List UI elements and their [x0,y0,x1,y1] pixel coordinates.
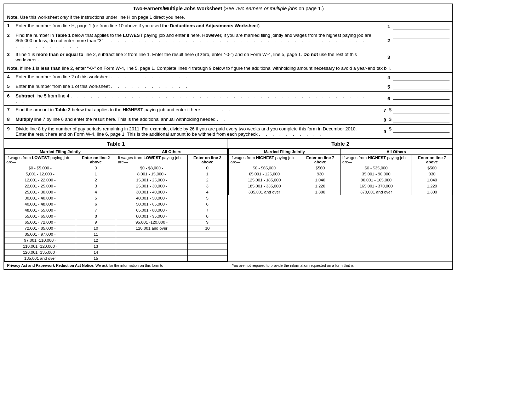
line9-content: Divide line 8 by the number of pay perio… [16,126,368,137]
table1-mfj-enter-11: 11 [76,231,116,237]
table1-mfj-enter-9: 9 [76,219,116,225]
table1-section: Table 1 Married Filing Jointly All Other… [4,139,228,262]
table1-mfj-wage-11: 85,001 - 97,000 - [5,231,76,237]
table1-others-enter-10: 10 [187,225,227,231]
table2-others-wage-3: 165,001 - 370,000 [340,183,412,189]
line1-input[interactable] [393,23,450,29]
table1-others-enter-11 [187,231,227,237]
line1-text: Enter the number from line H, page 1 (or… [16,23,259,28]
line4-text: Enter the number from line 2 of this wor… [16,74,189,79]
table2-mfj-header: Married Filing Jointly [229,149,341,155]
table1-mfj-enter-header: Enter on line 2 above [76,155,116,165]
table1-others-enter-13 [187,243,227,249]
table1-others-wage-2: 15,001 - 25,000 - [116,177,187,183]
table1-mfj-wage-4: 25,001 - 30,000 - [5,189,76,195]
table2: Married Filing Jointly All Others If wag… [228,148,452,195]
line1-label: 1 [372,24,393,29]
line7-input[interactable] [393,107,450,113]
line9-input[interactable] [393,126,450,133]
table1-others-enter-1: 1 [187,171,227,177]
line9-number: 9 [7,126,16,131]
table2-title: Table 2 [228,139,452,148]
table1-mfj-wage-2: 12,001 - 22,000 - [5,177,76,183]
table2-mfj-enter-0: $560 [300,165,341,171]
table2-mfj-wage-1: 65,001 - 125,000 [229,171,300,177]
line1-content: Enter the number from line H, page 1 (or… [16,23,372,28]
privacy-row: Privacy Act and Paperwork Reduction Act … [4,262,452,269]
table1-title: Table 1 [4,139,228,148]
table1-others-wage-8: 80,001 - 95,000 - [116,213,187,219]
table1-others-enter-12 [187,237,227,243]
line6-input[interactable] [393,93,450,100]
table2-mfj-wages-header: If wages from HIGHEST paying job are— [229,155,300,165]
line3-input[interactable] [393,52,450,58]
line7-label: 7 [368,108,389,113]
table1-mfj-wage-1: 5,001 - 12,000 - [5,171,76,177]
table1-mfj-enter-14: 14 [76,249,116,255]
line2-input[interactable] [393,33,450,39]
line3-content: If line 1 is more than or equal to line … [16,52,372,62]
table1-mfj-enter-12: 12 [76,237,116,243]
table2-others-header: All Others [340,149,452,155]
line8-dollar: $ [389,117,393,122]
table1-others-wage-10: 120,001 and over [116,225,187,231]
table2-others-wage-2: 90,001 - 165,000 [340,177,412,183]
line8-content: Multiply line 7 by line 6 and enter the … [16,117,368,122]
line4-row: 4 Enter the number from line 2 of this w… [4,73,452,82]
table1-others-enter-0: 0 [187,165,227,171]
table2-others-enter-3: 1,220 [412,183,452,189]
line2-row: 2 Find the number in Table 1 below that … [4,31,452,50]
table1-mfj-wage-0: $0 - $5,000 - [5,165,76,171]
table1-others-wage-14 [116,249,187,255]
table1-others-enter-3: 3 [187,183,227,189]
table1-mfj-wage-12: 97,001 -110,000 - [5,237,76,243]
line4-input[interactable] [393,74,450,80]
table2-mfj-enter-header: Enter on line 7 above [300,155,341,165]
line3-text: If line 1 is more than or equal to line … [16,52,357,62]
table2-others-enter-0: $560 [412,165,452,171]
table1-mfj-enter-3: 3 [76,183,116,189]
line4-number: 4 [7,74,16,79]
line8-input[interactable] [393,117,450,123]
note2-label: Note. [7,66,19,71]
table1-others-enter-4: 4 [187,189,227,195]
line3-row: 3 If line 1 is more than or equal to lin… [4,50,452,64]
table2-others-wages-header: If wages from HIGHEST paying job are— [340,155,412,165]
line7-dollar: $ [389,107,393,112]
line6-label: 6 [372,96,393,101]
table1-mfj-enter-13: 13 [76,243,116,249]
table1-mfj-wage-9: 65,001 - 72,000 - [5,219,76,225]
table1-mfj-enter-6: 6 [76,201,116,207]
table1-others-wage-3: 25,001 - 30,000 - [116,183,187,189]
line9-row: 9 Divide line 8 by the number of pay per… [4,125,452,139]
table1-others-enter-14 [187,249,227,255]
table2-mfj-wage-0: $0 - $65,000 [229,165,300,171]
line6-number: 6 [7,93,16,99]
table2-mfj-enter-1: 930 [300,171,341,177]
table2-mfj-wage-2: 125,001 - 185,000 [229,177,300,183]
table2-others-wage-1: 35,001 - 90,000 [340,171,412,177]
table2-mfj-enter-4: 1,300 [300,189,341,195]
table1-others-wage-13 [116,243,187,249]
table2-mfj-wage-3: 185,001 - 335,000 [229,183,300,189]
line9-text: Divide line 8 by the number of pay perio… [16,126,357,137]
note1-row: Note. Use this worksheet only if the ins… [4,13,452,22]
table1-mfj-enter-0: 0 [76,165,116,171]
table1: Married Filing Jointly All Others If wag… [4,148,228,262]
table1-others-wage-0: $0 - $8,000 - [116,165,187,171]
table1-others-enter-header: Enter on line 2 above [187,155,227,165]
table1-others-wage-9: 95,001 -120,000 - [116,219,187,225]
line5-input[interactable] [393,84,450,90]
table2-section: Table 2 Married Filing Jointly All Other… [228,139,452,262]
line6-row: 6 Subtract line 5 from line 4 . . . . . … [4,92,452,106]
line9-label: 9 [368,129,389,134]
table2-others-enter-1: 930 [412,171,452,177]
table1-mfj-enter-5: 5 [76,195,116,201]
line1-number: 1 [7,23,16,28]
line8-text: Multiply line 7 by line 6 and enter the … [16,117,227,122]
line3-label: 3 [372,55,393,60]
table1-others-enter-8: 8 [187,213,227,219]
line7-content: Find the amount in Table 2 below that ap… [16,107,368,112]
table1-mfj-wage-6: 40,001 - 48,000 - [5,201,76,207]
line5-row: 5 Enter the number from line 1 of this w… [4,82,452,92]
